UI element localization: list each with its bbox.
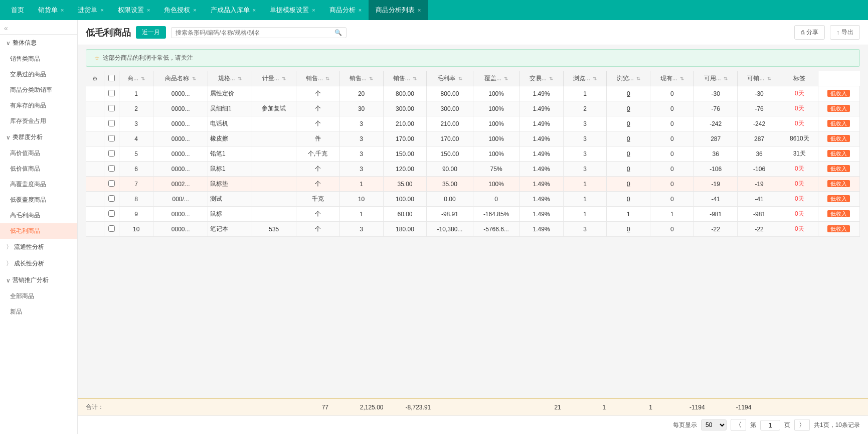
sidebar-item-low-margin[interactable]: 低毛利商品: [0, 223, 77, 239]
export-button[interactable]: ↑ 导出: [830, 25, 860, 40]
row-settings[interactable]: [86, 116, 104, 131]
browse-link[interactable]: 0: [627, 226, 630, 233]
row-checkbox[interactable]: [104, 131, 119, 147]
sidebar-collapse-button[interactable]: «: [4, 24, 8, 32]
row-checkbox[interactable]: [104, 222, 119, 237]
table-wrapper: ⚙ 商... ⇅ 商品名称 ⇅ 规格... ⇅ 计量... ⇅ 销售... ⇅ …: [78, 71, 868, 398]
sidebar-item-high-coverage[interactable]: 高覆盖度商品: [0, 177, 77, 192]
row-select-checkbox[interactable]: [108, 210, 115, 217]
col-settings[interactable]: ⚙: [86, 71, 104, 86]
sidebar-item-all-products[interactable]: 全部商品: [0, 288, 77, 304]
row-select-checkbox[interactable]: [108, 105, 115, 111]
nav-role-auth[interactable]: 角色授权 ×: [157, 0, 203, 20]
row-current-stock: -41: [694, 192, 738, 207]
nav-close-icon[interactable]: ×: [253, 7, 256, 13]
sidebar-group-growth: 〉 成长性分析: [0, 255, 77, 272]
prev-page-button[interactable]: 〈: [731, 419, 746, 431]
table-row: 4 0000... 橡皮擦 件 3 170.00 170.00 100% 1.4…: [86, 131, 860, 147]
share-button[interactable]: ⎙ 分享: [794, 25, 825, 40]
browse-link[interactable]: 1: [627, 211, 630, 218]
sidebar-group-growth-title[interactable]: 〉 成长性分析: [0, 255, 77, 272]
row-code: 0000...: [153, 131, 208, 147]
nav-sales-order[interactable]: 销货单 ×: [31, 0, 71, 20]
row-select-checkbox[interactable]: [108, 135, 115, 141]
sidebar-item-category-sales-rate[interactable]: 商品分类助销率: [0, 82, 77, 98]
row-checkbox[interactable]: [104, 162, 119, 177]
sidebar-item-high-margin[interactable]: 高毛利商品: [0, 208, 77, 223]
nav-close-icon[interactable]: ×: [312, 7, 315, 13]
browse-link[interactable]: 0: [627, 105, 630, 112]
nav-close-icon[interactable]: ×: [193, 7, 196, 13]
sidebar-group-marketing-title[interactable]: ∨ 营销推广分析: [0, 272, 77, 288]
browse-link[interactable]: 0: [627, 196, 630, 203]
nav-template-settings[interactable]: 单据模板设置 ×: [263, 0, 322, 20]
row-select-checkbox[interactable]: [108, 150, 115, 157]
browse-link[interactable]: 0: [627, 120, 630, 127]
nav-close-icon[interactable]: ×: [418, 7, 421, 13]
nav-permission-settings[interactable]: 权限设置 ×: [111, 0, 157, 20]
nav-product-analysis[interactable]: 商品分析 ×: [322, 0, 369, 20]
sidebar-item-traded-products[interactable]: 交易过的商品: [0, 67, 77, 82]
row-checkbox[interactable]: [104, 207, 119, 222]
date-filter-button[interactable]: 近一月: [136, 26, 166, 39]
row-sales-count: 20: [339, 86, 383, 101]
browse-link[interactable]: 0: [627, 181, 630, 188]
search-input[interactable]: [176, 29, 334, 36]
sidebar-item-new-products[interactable]: 新品: [0, 304, 77, 320]
sidebar-item-high-value[interactable]: 高价值商品: [0, 146, 77, 161]
row-current-stock: -981: [694, 207, 738, 222]
nav-close-icon[interactable]: ×: [61, 7, 64, 13]
page-input[interactable]: [760, 420, 780, 430]
row-settings[interactable]: [86, 207, 104, 222]
row-checkbox[interactable]: [104, 116, 119, 131]
row-select-checkbox[interactable]: [108, 90, 115, 96]
sidebar-item-low-coverage[interactable]: 低覆盖度商品: [0, 192, 77, 208]
row-checkbox[interactable]: [104, 86, 119, 101]
row-select-checkbox[interactable]: [108, 180, 115, 187]
sidebar-item-sales-products[interactable]: 销售类商品: [0, 51, 77, 67]
row-select-checkbox[interactable]: [108, 225, 115, 232]
per-page-select[interactable]: 50 100 200: [701, 419, 727, 430]
browse-link[interactable]: 0: [627, 166, 630, 173]
row-settings[interactable]: [86, 192, 104, 207]
row-settings[interactable]: [86, 147, 104, 162]
row-settings[interactable]: [86, 162, 104, 177]
nav-product-analysis-list[interactable]: 商品分析列表 ×: [369, 0, 428, 20]
col-checkbox[interactable]: [104, 71, 119, 86]
sidebar-group-cluster-title[interactable]: ∨ 类群度分析: [0, 129, 77, 146]
row-checkbox[interactable]: [104, 101, 119, 116]
row-sales-count: 3: [339, 222, 383, 237]
select-all-checkbox[interactable]: [108, 75, 115, 81]
nav-product-in[interactable]: 产成品入库单 ×: [204, 0, 263, 20]
notice-bar: ☆ 这部分商品的利润非常低，请关注: [86, 49, 860, 67]
share-icon: ⎙: [801, 29, 804, 36]
row-settings[interactable]: [86, 222, 104, 237]
sidebar-group-circulation-title[interactable]: 〉 流通性分析: [0, 239, 77, 255]
next-page-button[interactable]: 〉: [794, 419, 810, 431]
sidebar-group-general-title[interactable]: ∨ 整体信息: [0, 35, 77, 51]
nav-close-icon[interactable]: ×: [147, 7, 150, 13]
nav-close-icon[interactable]: ×: [100, 7, 103, 13]
row-settings[interactable]: [86, 177, 104, 192]
sidebar-item-low-value[interactable]: 低价值商品: [0, 161, 77, 177]
row-select-checkbox[interactable]: [108, 120, 115, 126]
row-checkbox[interactable]: [104, 147, 119, 162]
sidebar-item-stocked-products[interactable]: 有库存的商品: [0, 98, 77, 113]
nav-purchase-order[interactable]: 进货单 ×: [71, 0, 110, 20]
nav-close-icon[interactable]: ×: [359, 7, 362, 13]
row-settings[interactable]: [86, 131, 104, 147]
browse-link[interactable]: 0: [627, 90, 630, 97]
footer-cells: 77 2,125.00 -8,723.91 21 1 1 -1194 -1194: [116, 404, 860, 411]
browse-link[interactable]: 0: [627, 135, 630, 142]
row-settings[interactable]: [86, 101, 104, 116]
row-checkbox[interactable]: [104, 192, 119, 207]
search-icon[interactable]: 🔍: [334, 29, 342, 36]
browse-link[interactable]: 0: [627, 151, 630, 158]
sidebar-item-inventory-capital[interactable]: 库存资金占用: [0, 113, 77, 129]
nav-home[interactable]: 首页: [4, 0, 31, 20]
row-checkbox[interactable]: [104, 177, 119, 192]
row-select-checkbox[interactable]: [108, 165, 115, 172]
row-settings[interactable]: [86, 86, 104, 101]
row-code: 0000...: [153, 207, 208, 222]
row-select-checkbox[interactable]: [108, 195, 115, 202]
